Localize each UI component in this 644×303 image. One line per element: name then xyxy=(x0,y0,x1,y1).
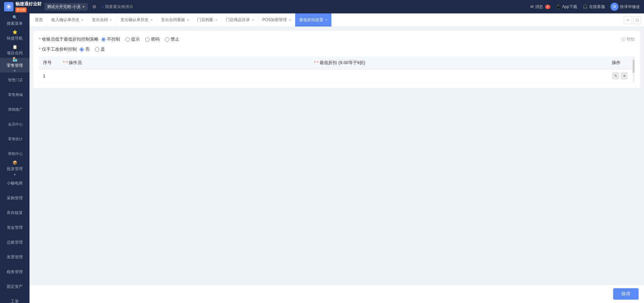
delete-row-btn[interactable]: ✕ xyxy=(621,72,628,80)
messages-btn[interactable]: ✉ 消息 8 xyxy=(530,4,550,10)
demo-link[interactable]: ○ 我要看实例演示 xyxy=(101,4,133,10)
tab-close-icon[interactable]: × xyxy=(325,18,327,22)
radio-forbidden-input[interactable] xyxy=(165,37,169,42)
table-scrollbar[interactable] xyxy=(633,56,635,83)
tab-label: 最低折扣设置 xyxy=(299,17,323,23)
settings-icon[interactable]: ⚙ xyxy=(91,3,99,11)
tab-pos-password[interactable]: POS加密管理 × xyxy=(258,13,295,27)
sidebar-item-quick-nav[interactable]: ⭐ 快捷导航 xyxy=(0,28,30,43)
radio-yes-input[interactable] xyxy=(95,47,99,52)
edit-row-btn[interactable]: ✎ xyxy=(612,72,619,80)
tab-payment-contract-board[interactable]: 支出合同看板 × xyxy=(157,13,194,27)
online-support-btn[interactable]: 🎧 在线客服 xyxy=(583,4,605,10)
tab-close-icon[interactable]: × xyxy=(82,18,84,22)
project-name: 测试分开完程-小况 xyxy=(47,4,80,10)
tab-label: 支出合同 xyxy=(92,17,108,23)
user-area[interactable]: 徐 徐泽华修改 xyxy=(610,3,640,11)
seq-value: 1 xyxy=(43,73,45,79)
tab-close-icon[interactable]: × xyxy=(187,18,189,22)
sidebar-item-member-center[interactable]: 会员中心 xyxy=(0,117,30,132)
radio-no-control[interactable]: 不控制 xyxy=(101,36,120,42)
sidebar-item-wholesale-mgmt[interactable]: 📦 批发管理 ▼ xyxy=(0,161,30,176)
messages-label: 消息 xyxy=(535,4,543,10)
sidebar-item-label: 零售统计 xyxy=(8,137,23,142)
sidebar-item-project-contract[interactable]: 📋 项目合同 xyxy=(0,43,30,58)
tab-bar-actions: × ⊡ xyxy=(624,16,643,24)
wholesale-mgmt-icon: 📦 xyxy=(12,160,17,165)
tab-income-confirm-history[interactable]: 收入确认单历史 × xyxy=(47,13,88,27)
table-scrollbar-thumb xyxy=(633,60,635,73)
sidebar-item-label: 小畅电商 xyxy=(7,181,23,186)
logo-icon xyxy=(4,2,13,11)
radio-no-control-input[interactable] xyxy=(101,37,106,42)
tab-label: 首页 xyxy=(35,17,43,23)
row-seq-cell: 1 xyxy=(39,69,59,83)
sidebar-item-ledger-mgmt[interactable]: 总账管理 xyxy=(0,235,30,250)
radio-reminder[interactable]: 提示 xyxy=(125,36,140,42)
sidebar-item-label: 搜索菜单 xyxy=(7,21,23,27)
tab-payment-confirm-history[interactable]: 支出确认单历史 × xyxy=(116,13,157,27)
help-link[interactable]: ⓘ 帮助 xyxy=(622,37,635,42)
sidebar-item-inventory-calc[interactable]: 库存核算 xyxy=(0,205,30,220)
sidebar-item-fixed-assets[interactable]: 固定资产 xyxy=(0,279,30,294)
row-action-icons: ✎ ✕ xyxy=(612,72,631,80)
app-download-btn[interactable]: 📱 App下载 xyxy=(556,4,577,10)
radio-password[interactable]: 密码 xyxy=(145,36,160,42)
sidebar-item-retail-mgmt[interactable]: 🏪 零售管理 ▲ xyxy=(0,58,30,72)
tab-store-archive[interactable]: 门店档案 × xyxy=(193,13,222,27)
sidebar-item-tax-mgmt[interactable]: 税务管理 xyxy=(0,264,30,279)
col-actions-label: 操作 xyxy=(612,60,621,65)
sidebar-item-smart-store[interactable]: 智慧门店 xyxy=(0,72,30,87)
radio-forbidden[interactable]: 禁止 xyxy=(165,36,179,42)
sidebar-item-fund-mgmt[interactable]: 资金管理 xyxy=(0,220,30,235)
tab-close-icon[interactable]: × xyxy=(215,18,217,22)
sidebar-item-help-center[interactable]: 帮助中心 xyxy=(0,146,30,161)
save-button[interactable]: 保存 xyxy=(613,288,639,300)
sidebar-item-purchase-mgmt[interactable]: 采购管理 xyxy=(0,191,30,205)
tab-close-icon[interactable]: × xyxy=(151,18,153,22)
field1-radio-group: 不控制 提示 密码 禁止 xyxy=(101,36,179,42)
sidebar-item-marketing[interactable]: 营销推广 xyxy=(0,102,30,117)
search-menu-icon: 🔍 xyxy=(12,15,17,20)
radio-yes[interactable]: 是 xyxy=(95,46,105,52)
sidebar-item-label: 固定资产 xyxy=(7,284,23,290)
radio-no-input[interactable] xyxy=(79,47,84,52)
sidebar-item-label: 总账管理 xyxy=(7,240,23,245)
tab-close-icon[interactable]: × xyxy=(110,18,112,22)
row-discount-cell[interactable] xyxy=(310,69,608,83)
close-tab-btn[interactable]: × xyxy=(624,16,632,24)
app-download-label: App下载 xyxy=(562,4,577,10)
tab-close-icon[interactable]: × xyxy=(252,18,254,22)
sidebar-item-label: 库存核算 xyxy=(7,210,23,216)
avatar: 徐 xyxy=(610,3,619,11)
radio-yes-label: 是 xyxy=(101,46,105,52)
sidebar-item-retail-stats[interactable]: 零售统计 xyxy=(0,132,30,146)
tab-payment-contract[interactable]: 支出合同 × xyxy=(88,13,116,27)
sidebar-item-label: 发票管理 xyxy=(7,254,23,260)
sidebar-item-invoice-mgmt[interactable]: 发票管理 xyxy=(0,250,30,264)
field2-label: 仅手工改价时控制 xyxy=(39,46,77,52)
radio-reminder-input[interactable] xyxy=(125,37,130,42)
tab-store-products[interactable]: 门店商品目录 × xyxy=(222,13,258,27)
expand-tab-btn[interactable]: ⊡ xyxy=(633,16,641,24)
col-seq-header: 序号 xyxy=(39,56,59,69)
project-selector[interactable]: 测试分开完程-小况 ▼ xyxy=(44,3,88,11)
tab-min-discount[interactable]: 最低折扣设置 × xyxy=(295,13,332,27)
sidebar-item-salary[interactable]: 工资 xyxy=(0,294,30,303)
row-operator-cell[interactable] xyxy=(59,69,310,83)
col-actions-header: 操作 xyxy=(608,56,635,69)
field2-radio-group: 否 是 xyxy=(79,46,105,52)
wholesale-mgmt-arrow: ▼ xyxy=(13,173,16,176)
tab-close-icon[interactable]: × xyxy=(289,18,291,22)
tab-label: 收入确认单历史 xyxy=(51,17,79,23)
tab-label: 支出确认单历史 xyxy=(120,17,149,23)
message-icon: ✉ xyxy=(530,4,534,9)
sidebar-item-ecommerce[interactable]: 小畅电商 xyxy=(0,176,30,191)
radio-no[interactable]: 否 xyxy=(79,46,90,52)
radio-password-input[interactable] xyxy=(145,37,150,42)
sidebar-item-search-menu[interactable]: 🔍 搜索菜单 xyxy=(0,13,30,28)
tab-home[interactable]: 首页 xyxy=(31,13,47,27)
sidebar-item-retail-mall[interactable]: 零售商城 xyxy=(0,87,30,102)
help-icon: ⓘ xyxy=(622,37,626,42)
sidebar-item-label: 快捷导航 xyxy=(7,36,23,41)
